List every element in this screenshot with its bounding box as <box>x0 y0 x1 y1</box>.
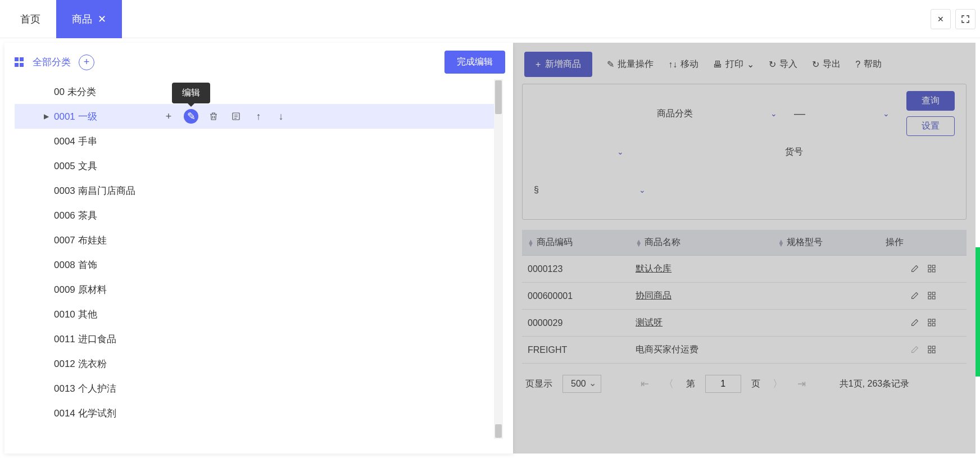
filter-generic-select-2[interactable]: ⌄ <box>578 182 646 198</box>
settings-button[interactable]: 设置 <box>906 116 955 136</box>
export-button[interactable]: ↻导出 <box>812 58 841 70</box>
row-edit-button[interactable] <box>909 289 921 302</box>
category-tree: 00 未分类▶0001 一级+✎编辑↑↓0004 手串0005 文具0003 南… <box>15 79 505 439</box>
cell-op <box>880 256 967 283</box>
cell-name: 电商买家付运费 <box>630 337 772 364</box>
cell-spec <box>773 310 881 337</box>
svg-rect-1 <box>928 265 931 268</box>
export-icon: ↻ <box>812 59 819 70</box>
move-button[interactable]: ↑↓移动 <box>668 58 698 70</box>
category-item[interactable]: 0004 手串 <box>15 129 502 153</box>
category-item[interactable]: 0007 布娃娃 <box>15 228 502 252</box>
filter-category-select-2[interactable]: ⌄ <box>822 105 890 122</box>
category-label: 0012 洗衣粉 <box>54 357 107 370</box>
category-label: 00 未分类 <box>54 85 96 98</box>
svg-rect-10 <box>933 319 936 322</box>
category-item[interactable]: 0009 原材料 <box>15 277 502 302</box>
tab-bar: 首页 商品 ✕ ✕ <box>0 0 980 38</box>
close-all-button[interactable]: ✕ <box>931 9 951 29</box>
tab-product[interactable]: 商品 ✕ <box>56 0 122 38</box>
row-more-button[interactable] <box>925 262 938 275</box>
per-page-select[interactable]: 500 <box>562 375 601 393</box>
add-product-button[interactable]: +新增商品 <box>524 52 592 77</box>
query-button[interactable]: 查询 <box>906 91 955 111</box>
svg-rect-11 <box>928 323 931 326</box>
move-up-icon[interactable]: ↑ <box>251 109 266 124</box>
category-item[interactable]: 0008 首饰 <box>15 252 502 277</box>
product-link[interactable]: 协同商品 <box>636 291 672 300</box>
move-icon: ↑↓ <box>668 60 677 70</box>
category-item[interactable]: 00 未分类 <box>15 79 502 104</box>
edit-icon: ✎ <box>607 59 614 70</box>
category-item[interactable]: 0012 洗衣粉 <box>15 351 502 376</box>
category-panel: 全部分类 + 完成编辑 00 未分类▶0001 一级+✎编辑↑↓0004 手串0… <box>4 43 513 454</box>
page-input[interactable] <box>705 375 741 393</box>
fullscreen-button[interactable] <box>955 9 976 29</box>
table-row: FREIGHT电商买家付运费 <box>522 337 967 364</box>
category-label: 0008 首饰 <box>54 259 97 271</box>
add-child-icon[interactable]: + <box>161 109 176 124</box>
filter-generic-select[interactable]: ⌄ <box>556 143 624 160</box>
move-down-icon[interactable]: ↓ <box>274 109 288 124</box>
category-item[interactable]: 0014 化学试剂 <box>15 401 502 425</box>
row-edit-button[interactable] <box>909 262 921 275</box>
per-page-label: 页显示 <box>525 378 552 390</box>
row-more-button[interactable] <box>925 316 938 329</box>
first-page-button[interactable]: ⇤ <box>638 378 651 390</box>
category-label: 0010 其他 <box>54 308 97 321</box>
caret-icon[interactable]: ▶ <box>44 112 49 120</box>
row-more-button[interactable] <box>925 289 938 302</box>
category-label: 0013 个人护洁 <box>54 382 116 395</box>
edit-icon[interactable]: ✎编辑 <box>184 109 198 124</box>
svg-rect-4 <box>933 269 936 272</box>
svg-rect-7 <box>928 296 931 299</box>
category-label: 0006 茶具 <box>54 209 97 222</box>
row-more-button[interactable] <box>925 343 938 356</box>
row-edit-button[interactable] <box>909 316 921 329</box>
filter-sku-label: 货号 <box>785 146 803 158</box>
product-link[interactable]: 默认仓库 <box>636 264 672 273</box>
category-label: 0011 进口食品 <box>54 333 116 346</box>
category-item[interactable]: ▶0001 一级+✎编辑↑↓ <box>15 104 502 129</box>
svg-rect-16 <box>933 350 936 353</box>
toolbar: +新增商品 ✎批量操作 ↑↓移动 🖶打印⌄ ↻导入 ↻导出 ?帮助 <box>522 49 967 84</box>
col-name[interactable]: ▲▼商品名称 <box>630 230 772 256</box>
pagination: 页显示 500 ⇤ 〈 第 页 〉 ⇥ 共1页, 263条记录 <box>522 364 967 396</box>
category-item[interactable]: 0005 文具 <box>15 153 502 178</box>
next-page-button[interactable]: 〉 <box>770 377 785 391</box>
delete-icon[interactable] <box>206 109 221 124</box>
category-item[interactable]: 0003 南昌门店商品 <box>15 178 502 203</box>
insert-icon[interactable] <box>229 109 243 124</box>
all-categories-label[interactable]: 全部分类 <box>33 56 71 69</box>
help-button[interactable]: ?帮助 <box>855 58 882 70</box>
category-item[interactable]: 0011 进口食品 <box>15 327 502 351</box>
svg-rect-9 <box>928 319 931 322</box>
last-page-button[interactable]: ⇥ <box>795 378 808 390</box>
svg-rect-2 <box>933 265 936 268</box>
category-item[interactable]: 0006 茶具 <box>15 203 502 228</box>
filter-category-select[interactable]: ⌄ <box>710 105 777 122</box>
category-item[interactable]: 0013 个人护洁 <box>15 376 502 401</box>
category-label: 0007 布娃娃 <box>54 234 107 247</box>
done-edit-button[interactable]: 完成编辑 <box>444 51 505 74</box>
product-link[interactable]: 测试呀 <box>636 318 663 327</box>
prev-page-button[interactable]: 〈 <box>661 377 676 391</box>
chevron-down-icon: ⌄ <box>883 109 890 118</box>
svg-rect-5 <box>928 292 931 295</box>
category-item[interactable]: 0010 其他 <box>15 302 502 327</box>
col-code[interactable]: ▲▼商品编码 <box>522 230 630 256</box>
col-op: 操作 <box>880 230 967 256</box>
col-spec[interactable]: ▲▼规格型号 <box>773 230 881 256</box>
help-icon: ? <box>855 60 860 70</box>
add-category-button[interactable]: + <box>79 55 94 70</box>
scrollbar[interactable] <box>494 79 503 439</box>
import-button[interactable]: ↻导入 <box>769 58 797 70</box>
filter-box: 商品分类 ⌄ — ⌄ 查询 设置 ⌄ 货号 § ⌄ <box>522 84 967 220</box>
side-indicator <box>976 247 980 377</box>
close-icon[interactable]: ✕ <box>98 14 106 24</box>
table-row: 0000029测试呀 <box>522 310 967 337</box>
cell-spec <box>773 337 881 364</box>
tab-home[interactable]: 首页 <box>4 0 56 38</box>
print-button[interactable]: 🖶打印⌄ <box>713 58 754 70</box>
batch-button[interactable]: ✎批量操作 <box>607 58 654 70</box>
